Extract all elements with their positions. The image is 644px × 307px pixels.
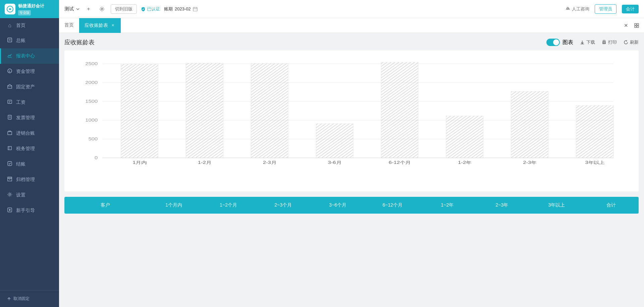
inventory-icon [7,130,13,137]
calendar-icon[interactable] [193,7,198,11]
tax-icon [7,145,13,152]
refresh-button[interactable]: 刷新 [624,39,639,45]
close-tab-button[interactable]: ✕ [621,21,631,30]
chevron-down-icon [76,7,80,11]
chart-toggle-group: 图表 [546,39,573,46]
sidebar-logo-text: 畅捷通好会计 专业版 [18,3,44,15]
expand-button[interactable] [632,21,641,30]
sidebar-item-payroll[interactable]: 工资 [0,95,59,110]
sidebar-item-archive[interactable]: 归档管理 [0,172,59,187]
svg-rect-7 [8,86,12,88]
sidebar-item-label: 首页 [16,23,25,29]
switch-old-button[interactable]: 切到旧版 [111,4,137,14]
table-col-2-3y: 2~3年 [475,197,529,214]
svg-text:3年以上: 3年以上 [585,160,604,165]
sidebar-item-fund[interactable]: $ 资金管理 [0,64,59,79]
sidebar-logo: 畅捷通好会计 专业版 [0,0,59,18]
table-container: 客户 1个月内 1~2个月 2~3个月 3~6个月 6~12个月 1~2年 2~… [64,197,639,214]
page-title: 应收账龄表 [64,38,95,46]
svg-rect-11 [8,115,11,119]
topbar-right: 人工咨询 管理员 会计 [565,4,639,14]
svg-text:1-2月: 1-2月 [198,160,211,165]
closing-icon [7,161,13,168]
svg-rect-64 [511,91,548,158]
home-icon: ⌂ [7,23,13,29]
sidebar-item-settings[interactable]: 设置 [0,187,59,203]
sidebar-item-assets[interactable]: 固定资产 [0,79,59,95]
page-actions: 图表 下载 打印 刷新 [546,39,639,46]
chart-toggle[interactable] [546,39,560,46]
headset-icon [565,6,571,12]
svg-text:2-3年: 2-3年 [523,160,536,165]
cancel-fixed-button[interactable]: 取消固定 [3,294,56,304]
svg-rect-33 [635,26,636,28]
sidebar-item-label: 资金管理 [16,69,35,75]
table-col-2-3m: 2~3个月 [256,197,311,214]
archive-icon [7,176,13,183]
sidebar-item-label: 新手引导 [16,208,35,214]
svg-point-21 [9,194,11,195]
payroll-icon [7,99,13,106]
svg-rect-58 [316,124,353,158]
table-col-total: 合计 [584,197,639,214]
table-col-6-12m: 6~12个月 [365,197,420,214]
sidebar-item-label: 报表中心 [16,53,35,59]
svg-text:1000: 1000 [85,118,98,122]
download-button[interactable]: 下载 [580,39,595,45]
sidebar-item-guide[interactable]: 新手引导 [0,203,59,218]
table-col-1-2y: 1~2年 [420,197,475,214]
svg-rect-8 [8,100,12,103]
sidebar-item-tax[interactable]: 税务管理 [0,141,59,157]
ledger-icon [7,37,13,44]
sidebar-item-home[interactable]: ⌂ 首页 [0,18,59,33]
svg-rect-52 [121,64,158,158]
bar-chart: 0 500 1000 1500 2000 2500 1月内 1-2月 [74,57,632,178]
gear-icon [99,6,105,12]
tabbar: 首页 应收账龄表 ✕ ✕ [59,18,644,33]
svg-marker-23 [9,209,11,211]
svg-text:$: $ [9,70,10,73]
sidebar-item-inventory[interactable]: 进销台账 [0,126,59,141]
sidebar-item-label: 固定资产 [16,84,35,90]
settings-button[interactable] [97,4,107,14]
table-header: 客户 1个月内 1~2个月 2~3个月 3~6个月 6~12个月 1~2年 2~… [64,197,639,214]
svg-rect-1 [8,38,12,42]
svg-rect-34 [637,26,639,28]
svg-rect-32 [637,24,639,25]
svg-rect-38 [603,43,605,44]
svg-rect-14 [8,132,12,135]
svg-rect-26 [193,7,197,11]
sidebar-item-label: 进销台账 [16,130,35,136]
sidebar-item-label: 总账 [16,38,25,44]
sidebar-item-ledger[interactable]: 总账 [0,33,59,48]
tab-close-button[interactable]: ✕ [110,23,115,28]
sidebar-item-invoice[interactable]: 发票管理 [0,110,59,126]
refresh-icon [624,40,628,45]
svg-rect-54 [186,63,223,158]
svg-point-30 [567,7,569,9]
sidebar-item-reports[interactable]: 报表中心 [0,48,59,64]
svg-rect-15 [8,146,11,150]
reports-icon [7,53,13,59]
tab-home-label: 首页 [64,22,74,28]
sidebar-item-closing[interactable]: 结账 [0,157,59,172]
app-logo-icon [5,4,15,14]
cancel-fixed-label: 取消固定 [13,296,30,302]
print-button[interactable]: 打印 [602,39,617,45]
assets-icon [7,84,13,90]
consult-button[interactable]: 人工咨询 [565,6,589,12]
period-display: 账期 2023-02 [164,6,198,12]
svg-rect-56 [251,63,288,158]
fund-icon: $ [7,68,13,75]
accountant-button[interactable]: 会计 [622,5,639,13]
project-name: 测试 [64,6,74,12]
svg-rect-19 [8,177,12,178]
tab-ar-aging[interactable]: 应收账龄表 ✕ [79,18,121,33]
add-button[interactable]: + [84,4,93,14]
tab-home[interactable]: 首页 [59,18,79,33]
table-col-3-6m: 3~6个月 [311,197,365,214]
manager-button[interactable]: 管理员 [595,4,616,14]
project-selector[interactable]: 测试 [64,6,80,12]
shield-icon [141,7,146,11]
tabbar-actions: ✕ [621,21,644,30]
